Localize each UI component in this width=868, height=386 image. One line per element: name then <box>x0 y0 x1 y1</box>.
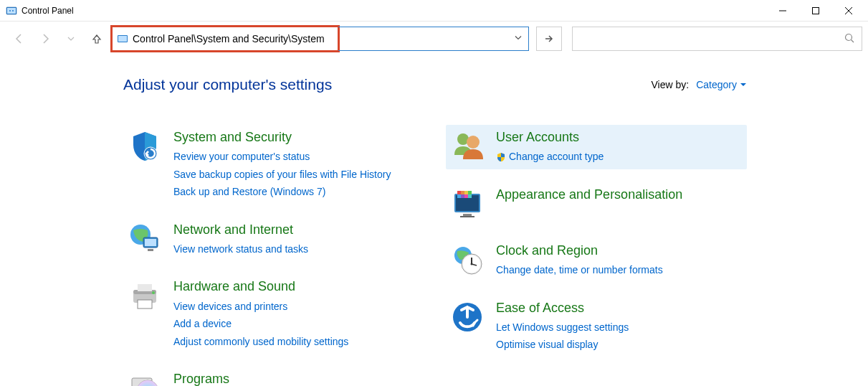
categories-col-left: System and Security Review your computer… <box>123 125 424 386</box>
category-link[interactable]: Add a device <box>173 316 348 331</box>
address-bar-extension[interactable] <box>338 27 529 51</box>
svg-rect-34 <box>464 191 468 194</box>
svg-rect-38 <box>464 194 468 198</box>
back-button[interactable] <box>9 28 30 50</box>
svg-point-3 <box>12 10 14 11</box>
address-bar-icon <box>117 33 128 44</box>
address-path: Control Panel\System and Security\System <box>133 33 325 44</box>
category-link[interactable]: Review your computer's status <box>173 149 391 164</box>
svg-rect-39 <box>468 194 472 198</box>
minimize-button[interactable] <box>766 0 799 22</box>
svg-rect-15 <box>145 239 156 246</box>
clock-globe-icon <box>450 243 485 277</box>
svg-rect-5 <box>813 7 819 14</box>
svg-point-27 <box>467 136 480 149</box>
svg-rect-30 <box>463 214 472 216</box>
category-title[interactable]: Hardware and Sound <box>173 278 348 295</box>
category-clock-region[interactable]: Clock and Region Change date, time or nu… <box>446 238 747 283</box>
svg-point-45 <box>471 263 473 265</box>
maximize-button[interactable] <box>799 0 832 22</box>
search-input[interactable] <box>572 27 862 51</box>
page-title: Adjust your computer's settings <box>123 76 332 93</box>
view-by-value[interactable]: Category <box>696 79 747 90</box>
monitor-colors-icon <box>450 187 485 221</box>
svg-rect-20 <box>138 300 152 309</box>
category-user-accounts[interactable]: User Accounts Change account type <box>446 125 747 169</box>
settings-header: Adjust your computer's settings View by:… <box>123 76 747 93</box>
close-button[interactable] <box>832 0 865 22</box>
category-link[interactable]: Save backup copies of your files with Fi… <box>173 166 391 182</box>
svg-rect-31 <box>460 216 474 217</box>
printer-icon <box>128 278 162 313</box>
svg-line-11 <box>852 39 854 42</box>
titlebar: Control Panel <box>0 0 868 22</box>
dropdown-caret-icon <box>740 81 747 88</box>
svg-rect-9 <box>118 36 127 42</box>
svg-rect-16 <box>148 249 153 251</box>
category-link[interactable]: Change account type <box>496 149 604 164</box>
svg-rect-19 <box>138 284 152 291</box>
recent-dropdown-icon[interactable] <box>60 28 82 50</box>
view-by: View by: Category <box>652 79 747 90</box>
window-title: Control Panel <box>22 6 74 16</box>
ease-of-access-icon <box>450 300 485 334</box>
app-icon <box>6 5 17 17</box>
go-button[interactable] <box>536 27 562 51</box>
chevron-down-icon[interactable] <box>514 34 523 44</box>
svg-point-21 <box>152 291 155 294</box>
address-bar[interactable]: Control Panel\System and Security\System <box>112 27 338 51</box>
content-area: Adjust your computer's settings View by:… <box>0 56 868 386</box>
category-network-internet[interactable]: Network and Internet View network status… <box>123 217 424 262</box>
category-title[interactable]: Clock and Region <box>496 243 663 259</box>
category-title[interactable]: Network and Internet <box>173 222 308 238</box>
category-link[interactable]: Adjust commonly used mobility settings <box>173 334 348 349</box>
category-link[interactable]: View devices and printers <box>173 298 348 314</box>
view-by-label: View by: <box>652 79 690 90</box>
svg-rect-32 <box>457 191 461 194</box>
categories-col-right: User Accounts Change account type <box>446 125 747 386</box>
category-title[interactable]: Programs <box>173 371 260 386</box>
up-button[interactable] <box>86 28 108 50</box>
category-programs[interactable]: Programs Uninstall a program <box>123 367 424 386</box>
category-appearance[interactable]: Appearance and Personalisation <box>446 182 747 225</box>
search-icon <box>844 33 854 45</box>
category-title[interactable]: System and Security <box>173 129 391 146</box>
category-ease-of-access[interactable]: Ease of Access Let Windows suggest setti… <box>446 296 747 357</box>
forward-button[interactable] <box>34 28 56 50</box>
address-bar-row: Control Panel\System and Security\System <box>0 22 868 56</box>
svg-rect-35 <box>468 191 472 194</box>
category-link[interactable]: Let Windows suggest settings <box>496 319 629 335</box>
globe-network-icon <box>128 222 162 256</box>
svg-rect-36 <box>457 194 461 198</box>
svg-rect-1 <box>7 8 16 14</box>
category-title[interactable]: Appearance and Personalisation <box>496 187 682 203</box>
svg-point-2 <box>9 10 11 11</box>
categories-grid: System and Security Review your computer… <box>123 125 868 386</box>
category-link[interactable]: Optimise visual display <box>496 336 629 352</box>
disc-icon <box>128 371 162 386</box>
category-hardware-sound[interactable]: Hardware and Sound View devices and prin… <box>123 274 424 354</box>
category-link[interactable]: Back up and Restore (Windows 7) <box>173 184 391 199</box>
category-title[interactable]: Ease of Access <box>496 300 629 316</box>
category-link[interactable]: Change date, time or number formats <box>496 262 663 278</box>
category-system-security[interactable]: System and Security Review your computer… <box>123 125 424 204</box>
svg-rect-33 <box>461 191 464 194</box>
svg-rect-37 <box>461 194 464 198</box>
uac-shield-icon <box>496 152 506 162</box>
category-link[interactable]: View network status and tasks <box>173 241 308 257</box>
shield-icon <box>128 129 162 164</box>
svg-point-10 <box>846 34 852 40</box>
category-title[interactable]: User Accounts <box>496 129 604 146</box>
users-icon <box>450 129 485 164</box>
